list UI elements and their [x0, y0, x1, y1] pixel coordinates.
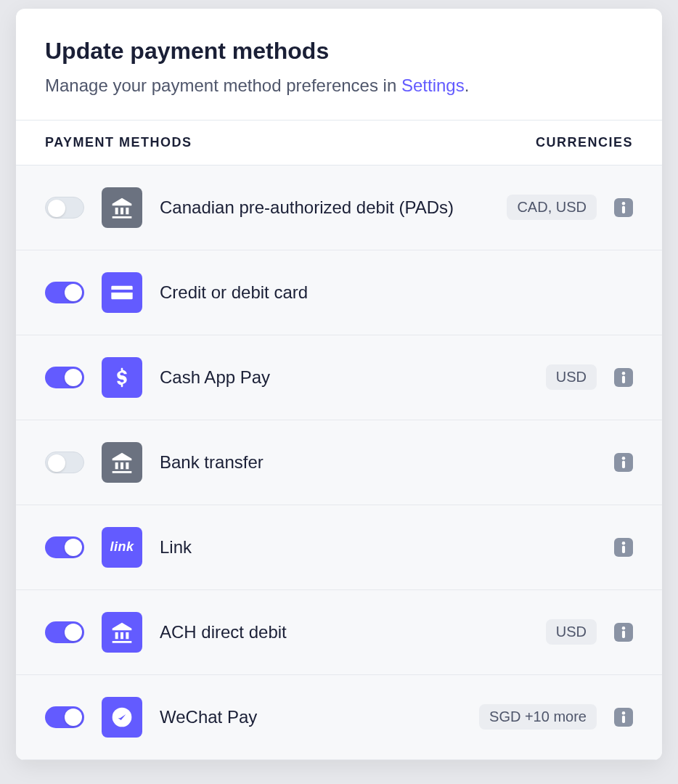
wechat-icon [102, 697, 142, 738]
modal-header: Update payment methods Manage your payme… [16, 9, 662, 120]
payment-method-row: Canadian pre-authorized debit (PADs)CAD,… [16, 166, 662, 250]
payment-method-row: ACH direct debitUSD [16, 590, 662, 675]
payment-method-label: Cash App Pay [160, 366, 528, 388]
dollar-icon [102, 357, 142, 398]
payment-method-row: linkLink [16, 505, 662, 590]
toggle-knob [48, 200, 65, 217]
enable-toggle[interactable] [45, 452, 84, 473]
toggle-knob [65, 369, 82, 386]
col-header-currencies: CURRENCIES [536, 135, 633, 150]
svg-point-0 [622, 202, 626, 205]
payment-method-label: WeChat Pay [160, 706, 462, 728]
currency-badge: SGD +10 more [479, 704, 597, 730]
col-header-methods: PAYMENT METHODS [45, 135, 192, 150]
enable-toggle[interactable] [45, 282, 84, 303]
toggle-knob [65, 539, 82, 556]
svg-rect-7 [622, 545, 625, 552]
settings-link[interactable]: Settings [401, 75, 465, 95]
toggle-knob [65, 624, 82, 641]
subtitle-suffix: . [465, 75, 470, 95]
link-icon: link [102, 527, 142, 568]
svg-point-8 [622, 626, 626, 630]
info-icon[interactable] [614, 198, 633, 217]
enable-toggle[interactable] [45, 367, 84, 388]
svg-rect-3 [622, 375, 625, 383]
info-icon[interactable] [614, 453, 633, 472]
payment-methods-modal: Update payment methods Manage your payme… [16, 9, 662, 760]
payment-method-label: Bank transfer [160, 451, 597, 473]
svg-rect-9 [622, 630, 625, 637]
payment-method-row: Cash App PayUSD [16, 335, 662, 420]
svg-point-2 [622, 372, 626, 375]
svg-point-11 [622, 711, 626, 715]
toggle-knob [48, 454, 65, 472]
info-icon[interactable] [614, 623, 633, 642]
enable-toggle[interactable] [45, 621, 84, 643]
subtitle-prefix: Manage your payment method preferences i… [45, 75, 401, 95]
currency-badge: USD [546, 619, 597, 645]
table-header: PAYMENT METHODS CURRENCIES [16, 120, 662, 166]
toggle-knob [65, 284, 82, 301]
bank-icon [102, 612, 142, 653]
card-icon [102, 272, 142, 313]
bank-icon [102, 442, 142, 483]
modal-title: Update payment methods [45, 38, 633, 65]
enable-toggle[interactable] [45, 536, 84, 558]
payment-method-label: Link [160, 536, 597, 558]
info-icon[interactable] [614, 708, 633, 727]
svg-rect-12 [622, 715, 625, 722]
payment-method-row: Bank transfer [16, 420, 662, 505]
info-icon[interactable] [614, 538, 633, 557]
payment-method-row: WeChat PaySGD +10 more [16, 675, 662, 760]
payment-method-label: Canadian pre-authorized debit (PADs) [160, 196, 489, 219]
toggle-knob [65, 709, 82, 726]
payment-method-label: Credit or debit card [160, 281, 597, 303]
svg-rect-1 [622, 205, 625, 213]
payment-method-label: ACH direct debit [160, 621, 528, 643]
svg-point-6 [622, 542, 626, 545]
svg-rect-5 [622, 460, 625, 467]
enable-toggle[interactable] [45, 706, 84, 728]
svg-point-4 [622, 457, 626, 460]
info-icon[interactable] [614, 368, 633, 387]
currency-badge: USD [546, 364, 597, 390]
payment-method-list: Canadian pre-authorized debit (PADs)CAD,… [16, 166, 662, 760]
bank-icon [102, 187, 142, 228]
enable-toggle[interactable] [45, 197, 84, 219]
payment-method-row: Credit or debit card [16, 250, 662, 335]
currency-badge: CAD, USD [507, 195, 597, 220]
modal-subtitle: Manage your payment method preferences i… [45, 73, 633, 98]
